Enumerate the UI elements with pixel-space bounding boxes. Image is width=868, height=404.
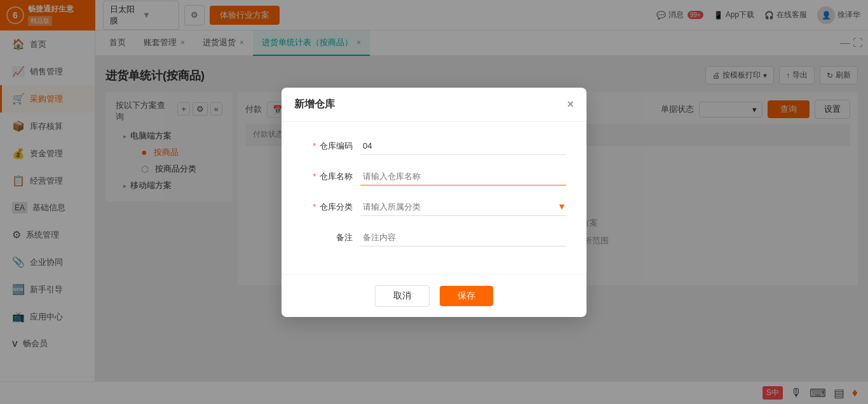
category-dropdown-arrow: ▼ [557, 201, 566, 212]
modal-body: * 仓库编码 * 仓库名称 * [281, 122, 587, 274]
cancel-button[interactable]: 取消 [375, 285, 430, 307]
form-label-name: * 仓库名称 [302, 171, 353, 182]
form-row-remark: 备注 [302, 229, 566, 246]
warehouse-name-input[interactable] [360, 168, 566, 185]
save-button[interactable]: 保存 [440, 286, 493, 306]
form-input-wrapper-name [360, 168, 566, 185]
form-row-category: * 仓库分类 ▼ [302, 198, 566, 216]
form-row-name: * 仓库名称 [302, 168, 566, 185]
modal-header: 新增仓库 × [281, 88, 587, 122]
form-select-wrapper-category[interactable]: ▼ [360, 198, 566, 216]
form-input-wrapper-code [360, 137, 566, 155]
warehouse-category-input[interactable] [360, 198, 557, 215]
modal: 新增仓库 × * 仓库编码 * 仓库名称 [281, 88, 587, 317]
form-input-wrapper-remark [360, 229, 566, 246]
form-label-code: * 仓库编码 [302, 140, 353, 152]
modal-title: 新增仓库 [294, 98, 335, 111]
modal-close-button[interactable]: × [567, 98, 574, 111]
modal-footer: 取消 保存 [281, 274, 587, 317]
form-label-category: * 仓库分类 [302, 201, 353, 213]
form-label-remark: 备注 [302, 232, 353, 243]
remark-input[interactable] [360, 229, 566, 246]
form-row-code: * 仓库编码 [302, 137, 566, 155]
modal-overlay[interactable]: 新增仓库 × * 仓库编码 * 仓库名称 [0, 0, 868, 404]
warehouse-code-input[interactable] [360, 137, 566, 155]
